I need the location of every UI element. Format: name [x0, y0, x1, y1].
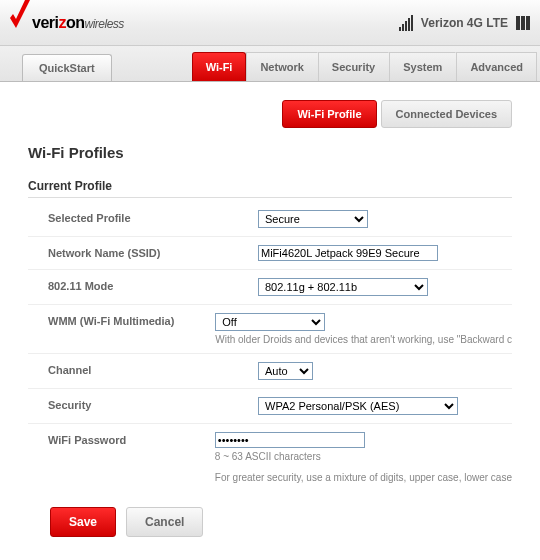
row-channel: Channel Auto: [28, 354, 512, 389]
brand-logo: verizonwireless: [10, 0, 124, 46]
tab-system[interactable]: System: [389, 52, 456, 81]
label-channel: Channel: [28, 362, 258, 376]
main-tab-row: QuickStart Wi-Fi Network Security System…: [0, 46, 540, 82]
row-mode: 802.11 Mode 802.11g + 802.11b: [28, 270, 512, 305]
select-channel[interactable]: Auto: [258, 362, 313, 380]
signal-bars-icon: [399, 15, 413, 31]
brand-part2: z: [58, 14, 66, 31]
brand-sub: wireless: [85, 17, 124, 31]
tab-security[interactable]: Security: [318, 52, 389, 81]
hint-wmm: With older Droids and devices that aren'…: [215, 334, 512, 345]
top-bar: verizonwireless Verizon 4G LTE: [0, 0, 540, 46]
hint-password-1: 8 ~ 63 ASCII characters: [215, 451, 512, 462]
input-password[interactable]: [215, 432, 365, 448]
status-area: Verizon 4G LTE: [399, 15, 530, 31]
input-ssid[interactable]: [258, 245, 438, 261]
sub-tab-row: Wi-Fi Profile Connected Devices: [0, 82, 540, 134]
subtab-wifi-profile[interactable]: Wi-Fi Profile: [282, 100, 376, 128]
hint-password-2: For greater security, use a mixture of d…: [215, 472, 512, 483]
select-wmm[interactable]: Off: [215, 313, 325, 331]
tab-network[interactable]: Network: [246, 52, 317, 81]
label-security: Security: [28, 397, 258, 411]
tab-wifi[interactable]: Wi-Fi: [192, 52, 247, 81]
label-selected-profile: Selected Profile: [28, 210, 258, 224]
footer-buttons: Save Cancel: [28, 491, 512, 537]
row-selected-profile: Selected Profile Secure: [28, 202, 512, 237]
subtab-connected-devices[interactable]: Connected Devices: [381, 100, 512, 128]
verizon-check-icon: [10, 0, 30, 46]
tab-quickstart[interactable]: QuickStart: [22, 54, 112, 81]
label-password: WiFi Password: [28, 432, 215, 446]
select-selected-profile[interactable]: Secure: [258, 210, 368, 228]
section-title: Current Profile: [28, 179, 512, 198]
cancel-button[interactable]: Cancel: [126, 507, 203, 537]
label-ssid: Network Name (SSID): [28, 245, 258, 259]
select-mode[interactable]: 802.11g + 802.11b: [258, 278, 428, 296]
brand-part3: on: [66, 14, 85, 31]
row-security: Security WPA2 Personal/PSK (AES): [28, 389, 512, 424]
content-panel: Wi-Fi Profiles Current Profile Selected …: [0, 134, 540, 537]
page-title: Wi-Fi Profiles: [28, 144, 512, 161]
row-password: WiFi Password 8 ~ 63 ASCII characters Fo…: [28, 424, 512, 491]
select-security[interactable]: WPA2 Personal/PSK (AES): [258, 397, 458, 415]
brand-part1: veri: [32, 14, 58, 31]
label-mode: 802.11 Mode: [28, 278, 258, 292]
network-label: Verizon 4G LTE: [421, 16, 508, 30]
save-button[interactable]: Save: [50, 507, 116, 537]
battery-icon: [516, 16, 530, 30]
row-wmm: WMM (Wi-Fi Multimedia) Off With older Dr…: [28, 305, 512, 354]
row-ssid: Network Name (SSID): [28, 237, 512, 270]
tab-advanced[interactable]: Advanced: [456, 52, 537, 81]
label-wmm: WMM (Wi-Fi Multimedia): [28, 313, 215, 327]
